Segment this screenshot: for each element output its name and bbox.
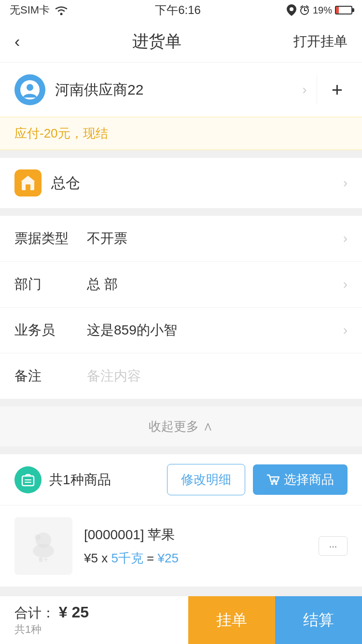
product-default-image: 鲁十 [24,527,63,565]
equals-sign: = [147,551,157,565]
alarm-icon [299,5,310,15]
battery-icon [335,6,352,14]
department-row[interactable]: 部门 总 部 › [0,262,362,308]
salesperson-value: 这是859的小智 [72,321,343,339]
warehouse-section[interactable]: 总仓 › [0,158,362,208]
remark-label: 备注 [14,367,72,385]
vertical-divider [317,75,317,104]
cart-icon [266,474,280,486]
invoice-type-row[interactable]: 票据类型 不开票 › [0,216,362,262]
select-product-button[interactable]: 选择商品 [253,464,348,495]
supplier-avatar [14,74,45,105]
unit-price: ¥5 [84,551,98,565]
warehouse-name: 总仓 [51,173,343,193]
total-amount: ¥ 25 [59,603,89,621]
warehouse-icon [14,169,42,196]
svg-point-0 [60,13,63,15]
svg-point-13 [275,482,278,485]
sim-text: 无SIM卡 [10,3,50,17]
product-price-row: ¥5 x 5千克 = ¥25 [84,550,319,567]
products-count: 共1种商品 [49,471,167,489]
product-code: [0000001] [84,527,144,542]
wifi-icon [54,5,69,15]
svg-rect-8 [26,184,30,190]
status-right: 19% [287,4,352,16]
svg-marker-7 [21,176,35,182]
product-name: [0000001] 苹果 [84,526,319,544]
remark-row[interactable]: 备注 备注内容 [0,353,362,399]
invoice-type-chevron-icon: › [343,231,348,246]
content: 河南供应商22 › + 应付-20元，现结 总仓 › 票据类型 不开票 › [0,63,362,643]
salesperson-chevron-icon: › [343,322,348,338]
supplier-row[interactable]: 河南供应商22 › + [0,63,362,117]
invoice-type-label: 票据类型 [14,229,72,248]
product-thumbnail: 鲁十 [14,517,72,575]
location-icon [287,4,296,16]
form-section: 票据类型 不开票 › 部门 总 部 › 业务员 这是859的小智 › 备注 备注… [0,216,362,399]
svg-point-12 [271,482,274,485]
hang-button[interactable]: 挂单 [188,596,275,644]
select-product-label: 选择商品 [284,471,334,488]
product-more-button[interactable]: ··· [319,536,348,556]
svg-rect-9 [22,476,34,486]
battery-percent: 19% [313,5,332,16]
edit-detail-button[interactable]: 修改明细 [167,464,245,495]
department-chevron-icon: › [343,277,348,292]
total-section: 合计： ¥ 25 共1种 [0,596,188,644]
salesperson-label: 业务员 [14,321,72,339]
svg-point-18 [35,534,41,540]
page-title: 进货单 [132,30,181,53]
notice-bar: 应付-20元，现结 [0,117,362,150]
bottom-bar: 合计： ¥ 25 共1种 挂单 结算 [0,596,362,644]
checkout-button[interactable]: 结算 [275,596,362,644]
salesperson-row[interactable]: 业务员 这是859的小智 › [0,308,362,353]
total-label: 合计： [14,605,55,620]
product-info: [0000001] 苹果 ¥5 x 5千克 = ¥25 [84,526,319,567]
products-section: 共1种商品 修改明细 选择商品 鲁十 [0,454,362,587]
open-hang-button[interactable]: 打开挂单 [293,32,348,51]
product-item: 鲁十 [0000001] 苹果 ¥5 x 5千克 = ¥25 ··· [0,505,362,587]
supplier-name: 河南供应商22 [55,80,302,100]
total-row: 合计： ¥ 25 [14,603,174,622]
status-left: 无SIM卡 [10,3,69,17]
supplier-chevron-icon: › [302,82,306,98]
avatar-inner [20,80,40,99]
collapse-bar[interactable]: 收起更多 ∧ [0,406,362,447]
product-title: 苹果 [148,527,175,542]
department-label: 部门 [14,275,72,294]
nav-bar: ‹ 进货单 打开挂单 [0,20,362,63]
total-sub: 共1种 [14,622,174,637]
quantity: 5千克 [111,551,143,565]
svg-point-5 [27,84,33,91]
products-header: 共1种商品 修改明细 选择商品 [0,454,362,505]
remark-input[interactable]: 备注内容 [72,367,348,385]
products-icon [14,466,42,493]
svg-point-1 [290,7,293,11]
invoice-type-value: 不开票 [72,229,343,248]
svg-point-17 [33,544,54,558]
add-supplier-button[interactable]: + [327,79,348,101]
subtotal: ¥25 [158,551,179,565]
supplier-section: 河南供应商22 › + 应付-20元，现结 [0,63,362,150]
back-button[interactable]: ‹ [14,32,20,51]
warehouse-row[interactable]: 总仓 › [0,158,362,208]
status-bar: 无SIM卡 下午6:16 19% [0,0,362,20]
multiply-sign: x [101,551,111,565]
status-time: 下午6:16 [155,2,201,18]
svg-text:鲁十: 鲁十 [39,557,48,562]
department-value: 总 部 [72,275,343,294]
warehouse-chevron-icon: › [343,175,348,191]
